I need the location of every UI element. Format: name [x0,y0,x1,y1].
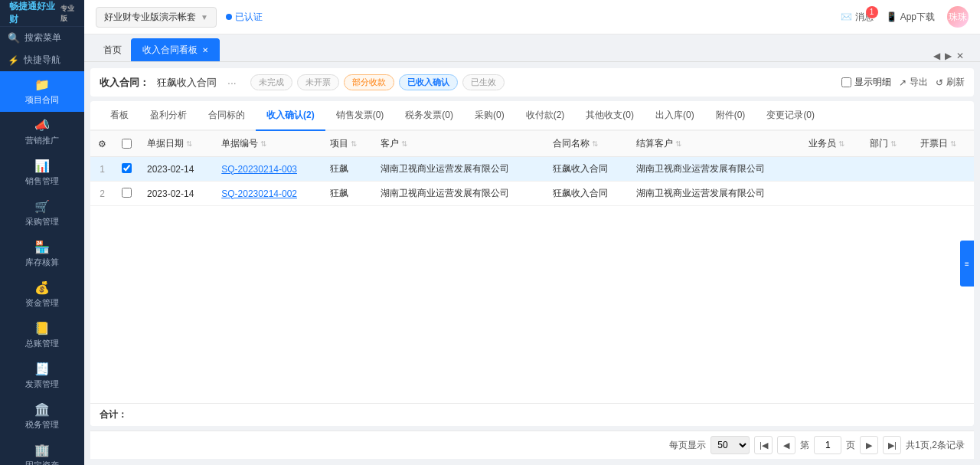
tab-home[interactable]: 首页 [96,39,129,61]
sidebar-item-general[interactable]: 📒 总账管理 [0,315,84,355]
status-no-invoice: 未开票 [297,74,339,90]
sub-tab-targets[interactable]: 合同标的 [198,101,256,131]
row-project: 狂飙 [322,182,373,206]
page-last-button[interactable]: ▶| [883,436,901,454]
tab-next-icon[interactable]: ▶ [945,51,952,61]
message-button[interactable]: ✉️ 1 消息 [841,11,874,24]
page-first-button[interactable]: |◀ [754,436,773,454]
col-date: 单据日期⇅ [139,131,214,157]
gear-icon[interactable]: ⚙ [98,139,106,149]
row-checkbox[interactable] [122,188,132,198]
sidebar-item-marketing[interactable]: 📣 营销推广 [0,112,84,152]
sub-tab-sales-invoice[interactable]: 销售发票(0) [325,101,395,131]
page-prev-button[interactable]: ◀ [777,436,795,454]
tab-label: 收入合同看板 [142,44,198,57]
sub-tab-revenue[interactable]: 收入确认(2) [256,101,325,131]
sub-tab-board[interactable]: 看板 [100,101,139,131]
sidebar-item-fixed-assets[interactable]: 🏢 固定资产 [0,437,84,465]
row-invoice-date [913,157,974,182]
sub-tab-purchase[interactable]: 采购(0) [464,101,515,131]
sort-contract-icon[interactable]: ⇅ [592,139,598,148]
message-icon: ✉️ [841,11,852,22]
pagination-bar: 每页显示 50 100 200 |◀ ◀ 第 页 ▶ ▶| 共1页,2条记录 [90,431,974,459]
main-area: 好业财专业版演示帐套 ▼ 已认证 ✉️ 1 消息 📱 App下载 珠珠 首页 收 [84,0,980,465]
show-detail-input[interactable] [841,77,851,87]
sidebar-item-purchase[interactable]: 🛒 采购管理 [0,193,84,234]
sub-tab-changes[interactable]: 变更记录(0) [756,101,825,131]
search-menu-item[interactable]: 🔍 搜索菜单 [0,27,84,49]
total-count: 共1页,2条记录 [906,439,965,452]
sort-project-icon[interactable]: ⇅ [351,139,357,148]
col-salesperson: 业务员⇅ [801,131,862,157]
sidebar-item-funds[interactable]: 💰 资金管理 [0,274,84,315]
sidebar-item-inventory[interactable]: 🏪 库存核算 [0,234,84,274]
show-detail-checkbox[interactable]: 显示明细 [841,76,891,89]
table-row[interactable]: 1 2023-02-14 SQ-20230214-003 狂飙 湖南卫视商业运营… [90,157,974,182]
total-label: 合计： [100,408,127,421]
tab-close-icon[interactable]: ✕ [202,46,208,54]
sidebar-item-tax[interactable]: 🏛️ 税务管理 [0,396,84,437]
refresh-button[interactable]: ↺ 刷新 [936,76,965,89]
row-bill-no[interactable]: SQ-20230214-003 [214,157,322,182]
row-bill-no[interactable]: SQ-20230214-002 [214,182,322,206]
app-download-label: App下载 [900,11,935,24]
sidebar-item-projects[interactable]: 📁 项目合同 [0,71,84,112]
data-table: ⚙ 单据日期⇅ 单据编号⇅ 项 [90,131,974,206]
row-project: 狂飙 [322,157,373,182]
sort-billno-icon[interactable]: ⇅ [260,139,266,148]
tab-prev-icon[interactable]: ◀ [933,51,940,61]
page-label-post: 页 [846,439,855,452]
page-input[interactable] [814,436,841,454]
sub-tab-profit[interactable]: 盈利分析 [139,101,198,131]
status-confirmed: 已收入确认 [399,74,458,90]
per-page-select[interactable]: 50 100 200 [710,436,750,454]
app-logo: 畅捷通好业财 专业版 [0,0,84,27]
row-department [862,182,913,206]
row-gear-col: 2 [90,182,114,206]
sub-tab-tax-invoice[interactable]: 税务发票(0) [394,101,464,131]
page-label-pre: 第 [800,439,809,452]
status-incomplete: 未完成 [250,74,292,90]
company-selector[interactable]: 好业财专业版演示帐套 ▼ [96,7,217,28]
row-check-col[interactable] [114,157,139,182]
invoice-icon: 🧾 [34,362,50,376]
sub-tab-attachments[interactable]: 附件(0) [705,101,756,131]
col-check [114,131,139,157]
sort-salesperson-icon[interactable]: ⇅ [838,139,844,148]
table-row[interactable]: 2 2023-02-14 SQ-20230214-002 狂飙 湖南卫视商业运营… [90,182,974,206]
col-invoice-date: 开票日⇅ [913,131,974,157]
contract-header: 收入合同： 狂飙收入合同 ··· 未完成 未开票 部分收款 已收入确认 已生效 … [90,68,974,97]
show-detail-label: 显示明细 [854,76,891,89]
more-options-icon[interactable]: ··· [227,77,237,89]
row-check-col[interactable] [114,182,139,206]
tax-icon: 🏛️ [34,402,50,417]
contract-header-label: 收入合同： [100,76,149,90]
sidebar-item-invoice[interactable]: 🧾 发票管理 [0,355,84,396]
user-avatar[interactable]: 珠珠 [947,6,969,28]
sub-tab-other[interactable]: 其他收支(0) [575,101,645,131]
select-all-checkbox[interactable] [122,139,132,149]
status-partial: 部分收款 [344,74,394,90]
export-button[interactable]: ↗ 导出 [899,76,928,89]
row-checkbox[interactable] [122,163,132,173]
sub-tab-payment[interactable]: 收付款(2) [515,101,576,131]
app-download-button[interactable]: 📱 App下载 [886,11,935,24]
sub-tab-warehouse[interactable]: 出入库(0) [645,101,705,131]
sort-date-icon[interactable]: ⇅ [186,139,192,148]
tab-close-all-icon[interactable]: ✕ [956,51,964,61]
table-footer: 合计： [90,403,974,426]
page-next-button[interactable]: ▶ [860,436,878,454]
sort-invdate-icon[interactable]: ⇅ [950,139,956,148]
refresh-icon: ↺ [936,77,943,88]
sort-dept-icon[interactable]: ⇅ [890,139,897,148]
company-name: 好业财专业版演示帐套 [104,11,196,24]
topbar-right: ✉️ 1 消息 📱 App下载 珠珠 [841,6,969,28]
quick-nav-item[interactable]: ⚡ 快捷导航 [0,49,84,71]
topbar: 好业财专业版演示帐套 ▼ 已认证 ✉️ 1 消息 📱 App下载 珠珠 [84,0,980,34]
right-panel-toggle[interactable]: ≡ [960,241,974,287]
sort-customer-icon[interactable]: ⇅ [401,139,407,148]
tab-contract-board[interactable]: 收入合同看板 ✕ [131,38,220,61]
sort-settlement-icon[interactable]: ⇅ [675,139,681,148]
quick-nav-label: 快捷导航 [24,54,60,67]
sidebar-item-sales[interactable]: 📊 销售管理 [0,152,84,193]
